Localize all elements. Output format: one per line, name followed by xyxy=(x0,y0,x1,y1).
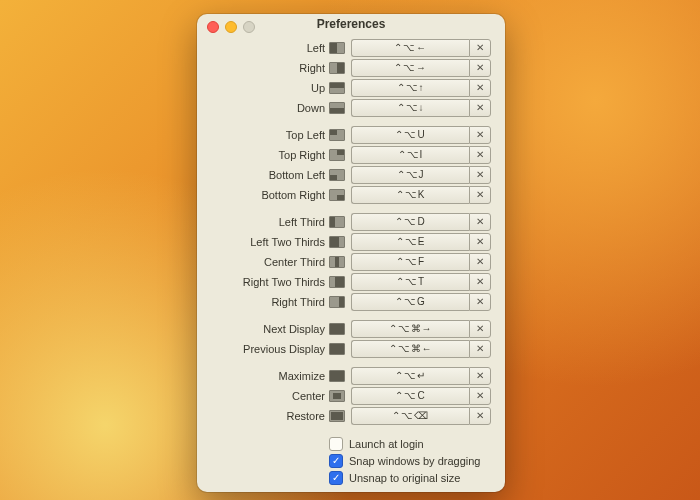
shortcut-control: ⌃⌥K✕ xyxy=(351,186,491,204)
shortcut-label: Maximize xyxy=(211,370,329,382)
shortcut-label: Previous Display xyxy=(211,343,329,355)
preferences-window: Preferences Left⌃⌥←✕Right⌃⌥→✕Up⌃⌥↑✕Down⌃… xyxy=(197,14,505,492)
shortcut-control: ⌃⌥C✕ xyxy=(351,387,491,405)
shortcut-row-up: Up⌃⌥↑✕ xyxy=(211,78,491,97)
shortcut-field-center-third[interactable]: ⌃⌥F xyxy=(351,253,469,271)
clear-shortcut-button[interactable]: ✕ xyxy=(469,146,491,164)
clear-shortcut-button[interactable]: ✕ xyxy=(469,320,491,338)
window-title: Preferences xyxy=(317,17,386,31)
clear-shortcut-button[interactable]: ✕ xyxy=(469,126,491,144)
clear-shortcut-button[interactable]: ✕ xyxy=(469,59,491,77)
checkbox-row-snap-windows-by-dragging: ✓Snap windows by dragging xyxy=(329,452,491,469)
shortcut-field-up[interactable]: ⌃⌥↑ xyxy=(351,79,469,97)
clear-shortcut-button[interactable]: ✕ xyxy=(469,39,491,57)
clear-shortcut-button[interactable]: ✕ xyxy=(469,99,491,117)
shortcut-field-maximize[interactable]: ⌃⌥↵ xyxy=(351,367,469,385)
shortcut-field-right-third[interactable]: ⌃⌥G xyxy=(351,293,469,311)
clear-shortcut-button[interactable]: ✕ xyxy=(469,340,491,358)
shortcut-field-top-right[interactable]: ⌃⌥I xyxy=(351,146,469,164)
shortcut-field-left-third[interactable]: ⌃⌥D xyxy=(351,213,469,231)
position-tr-icon xyxy=(329,149,345,161)
position-left-icon xyxy=(329,42,345,54)
clear-shortcut-button[interactable]: ✕ xyxy=(469,407,491,425)
shortcut-control: ⌃⌥G✕ xyxy=(351,293,491,311)
clear-shortcut-button[interactable]: ✕ xyxy=(469,186,491,204)
clear-shortcut-button[interactable]: ✕ xyxy=(469,79,491,97)
shortcut-field-previous-display[interactable]: ⌃⌥⌘← xyxy=(351,340,469,358)
shortcut-label: Right Third xyxy=(211,296,329,308)
shortcut-control: ⌃⌥U✕ xyxy=(351,126,491,144)
shortcut-field-top-left[interactable]: ⌃⌥U xyxy=(351,126,469,144)
clear-shortcut-button[interactable]: ✕ xyxy=(469,166,491,184)
shortcut-label: Center Third xyxy=(211,256,329,268)
clear-shortcut-button[interactable]: ✕ xyxy=(469,293,491,311)
shortcut-label: Left Two Thirds xyxy=(211,236,329,248)
clear-shortcut-button[interactable]: ✕ xyxy=(469,273,491,291)
shortcut-field-bottom-left[interactable]: ⌃⌥J xyxy=(351,166,469,184)
shortcut-label: Down xyxy=(211,102,329,114)
shortcut-group: Top Left⌃⌥U✕Top Right⌃⌥I✕Bottom Left⌃⌥J✕… xyxy=(211,125,491,204)
minimize-icon[interactable] xyxy=(225,21,237,33)
checkbox-snap-windows-by-dragging[interactable]: ✓ xyxy=(329,454,343,468)
shortcut-field-left-two-thirds[interactable]: ⌃⌥E xyxy=(351,233,469,251)
window-controls xyxy=(207,21,255,33)
shortcut-label: Left Third xyxy=(211,216,329,228)
shortcut-field-down[interactable]: ⌃⌥↓ xyxy=(351,99,469,117)
shortcut-field-right-two-thirds[interactable]: ⌃⌥T xyxy=(351,273,469,291)
shortcut-label: Next Display xyxy=(211,323,329,335)
close-icon[interactable] xyxy=(207,21,219,33)
shortcut-label: Center xyxy=(211,390,329,402)
position-up-icon xyxy=(329,82,345,94)
shortcut-control: ⌃⌥⌘→✕ xyxy=(351,320,491,338)
shortcut-row-restore: Restore⌃⌥⌫✕ xyxy=(211,406,491,425)
shortcut-row-left: Left⌃⌥←✕ xyxy=(211,38,491,57)
position-pd-icon xyxy=(329,343,345,355)
zoom-icon[interactable] xyxy=(243,21,255,33)
checkbox-unsnap-to-original-size[interactable]: ✓ xyxy=(329,471,343,485)
shortcut-control: ⌃⌥I✕ xyxy=(351,146,491,164)
shortcut-label: Top Left xyxy=(211,129,329,141)
shortcut-label: Right xyxy=(211,62,329,74)
shortcut-control: ⌃⌥D✕ xyxy=(351,213,491,231)
clear-shortcut-button[interactable]: ✕ xyxy=(469,253,491,271)
shortcut-row-left-two-thirds: Left Two Thirds⌃⌥E✕ xyxy=(211,232,491,251)
shortcut-control: ⌃⌥⌫✕ xyxy=(351,407,491,425)
shortcut-field-center[interactable]: ⌃⌥C xyxy=(351,387,469,405)
shortcut-control: ⌃⌥F✕ xyxy=(351,253,491,271)
checkbox-label: Launch at login xyxy=(349,438,424,450)
checkbox-label: Unsnap to original size xyxy=(349,472,460,484)
shortcut-group: Maximize⌃⌥↵✕Center⌃⌥C✕Restore⌃⌥⌫✕ xyxy=(211,366,491,425)
shortcut-row-next-display: Next Display⌃⌥⌘→✕ xyxy=(211,319,491,338)
shortcut-row-right-third: Right Third⌃⌥G✕ xyxy=(211,292,491,311)
shortcut-control: ⌃⌥T✕ xyxy=(351,273,491,291)
checkbox-label: Snap windows by dragging xyxy=(349,455,480,467)
position-l3-icon xyxy=(329,216,345,228)
shortcut-row-right-two-thirds: Right Two Thirds⌃⌥T✕ xyxy=(211,272,491,291)
shortcut-control: ⌃⌥↑✕ xyxy=(351,79,491,97)
shortcut-row-previous-display: Previous Display⌃⌥⌘←✕ xyxy=(211,339,491,358)
clear-shortcut-button[interactable]: ✕ xyxy=(469,367,491,385)
position-res-icon xyxy=(329,410,345,422)
shortcut-field-left[interactable]: ⌃⌥← xyxy=(351,39,469,57)
clear-shortcut-button[interactable]: ✕ xyxy=(469,387,491,405)
checkbox-row-launch-at-login: Launch at login xyxy=(329,435,491,452)
clear-shortcut-button[interactable]: ✕ xyxy=(469,213,491,231)
shortcut-field-restore[interactable]: ⌃⌥⌫ xyxy=(351,407,469,425)
checkbox-row-unsnap-to-original-size: ✓Unsnap to original size xyxy=(329,469,491,486)
shortcut-label: Bottom Left xyxy=(211,169,329,181)
shortcut-field-bottom-right[interactable]: ⌃⌥K xyxy=(351,186,469,204)
position-max-icon xyxy=(329,370,345,382)
position-r3-icon xyxy=(329,296,345,308)
shortcut-row-center-third: Center Third⌃⌥F✕ xyxy=(211,252,491,271)
shortcut-label: Up xyxy=(211,82,329,94)
clear-shortcut-button[interactable]: ✕ xyxy=(469,233,491,251)
shortcut-field-right[interactable]: ⌃⌥→ xyxy=(351,59,469,77)
shortcut-field-next-display[interactable]: ⌃⌥⌘→ xyxy=(351,320,469,338)
shortcut-control: ⌃⌥E✕ xyxy=(351,233,491,251)
shortcut-row-top-left: Top Left⌃⌥U✕ xyxy=(211,125,491,144)
checkbox-launch-at-login[interactable] xyxy=(329,437,343,451)
shortcut-row-bottom-left: Bottom Left⌃⌥J✕ xyxy=(211,165,491,184)
shortcut-control: ⌃⌥J✕ xyxy=(351,166,491,184)
preferences-content: Left⌃⌥←✕Right⌃⌥→✕Up⌃⌥↑✕Down⌃⌥↓✕Top Left⌃… xyxy=(197,33,505,492)
shortcut-label: Bottom Right xyxy=(211,189,329,201)
